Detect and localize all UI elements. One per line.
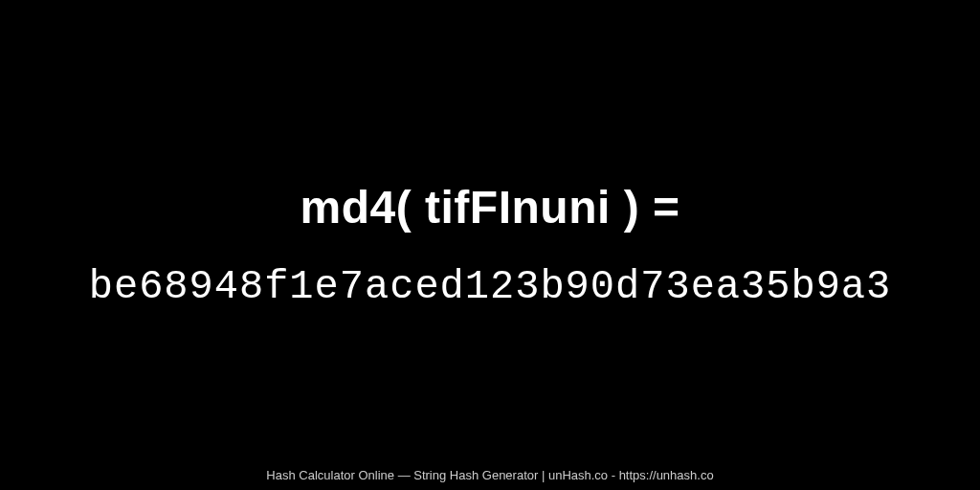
- hash-display: md4( tifFInuni ) = be68948f1e7aced123b90…: [0, 0, 980, 490]
- hash-expression: md4( tifFInuni ) =: [301, 181, 680, 234]
- footer-attribution: Hash Calculator Online — String Hash Gen…: [0, 468, 980, 482]
- hash-result: be68948f1e7aced123b90d73ea35b9a3: [89, 264, 892, 310]
